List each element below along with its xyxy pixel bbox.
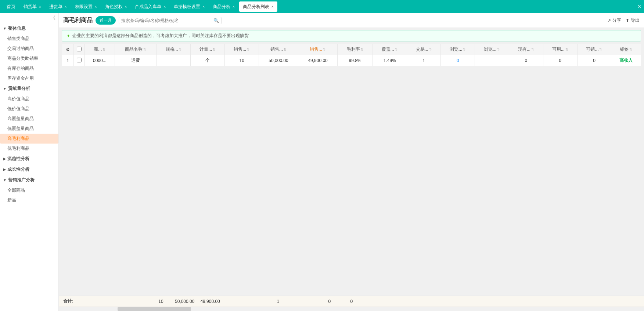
sidebar-item-high-value[interactable]: 高价值商品 xyxy=(0,94,58,104)
col-saleable-stock[interactable]: 可销...⇅ xyxy=(577,44,611,55)
col-sales3[interactable]: 销售...⇅ xyxy=(298,44,338,55)
cell-tag: 高收入 xyxy=(611,55,641,66)
close-icon[interactable]: × xyxy=(202,5,205,9)
nav-purchase-order[interactable]: 进货单 × xyxy=(46,1,71,12)
col-unit[interactable]: 计量...⇅ xyxy=(191,44,225,55)
nav-permission-settings[interactable]: 权限设置 × xyxy=(71,1,101,12)
search-input[interactable] xyxy=(121,18,212,23)
nav-role-auth[interactable]: 角色授权 × xyxy=(101,1,131,12)
nav-sales-order[interactable]: 销货单 × xyxy=(20,1,45,12)
cell-available: 0 xyxy=(543,55,577,66)
content-header: 高毛利商品 近一月 🔍 ↗ 分享 ⬆ 导出 xyxy=(59,13,644,28)
close-icon[interactable]: × xyxy=(65,5,67,9)
cell-browse2 xyxy=(475,55,509,66)
sidebar-item-stock-products[interactable]: 有库存的商品 xyxy=(0,64,58,73)
share-button[interactable]: ↗ 分享 xyxy=(607,17,621,23)
table-header-row: ⚙ 商...⇅ 商品名称⇅ 规格...⇅ 计量...⇅ 销售...⇅ 销售...… xyxy=(62,44,641,55)
nav-product-analysis[interactable]: 商品分析 × xyxy=(209,1,238,12)
sidebar-group-marketing[interactable]: ▼ 营销推广分析 xyxy=(0,175,58,185)
close-icon[interactable]: × xyxy=(233,5,235,9)
sidebar-item-high-margin[interactable]: 高毛利商品 xyxy=(0,134,58,144)
data-table-wrapper: ⚙ 商...⇅ 商品名称⇅ 规格...⇅ 计量...⇅ 销售...⇅ 销售...… xyxy=(59,44,644,296)
col-browse2[interactable]: 浏览...⇅ xyxy=(475,44,509,55)
sidebar-group-trend[interactable]: ▶ 流趋性分析 xyxy=(0,153,58,164)
col-sales2[interactable]: 销售...⇅ xyxy=(259,44,298,55)
row-checkbox[interactable] xyxy=(77,58,82,62)
nav-template-settings[interactable]: 单据模板设置 × xyxy=(170,1,208,12)
footer-available: 0 xyxy=(341,299,363,304)
col-tag[interactable]: 标签⇅ xyxy=(611,44,641,55)
col-settings[interactable]: ⚙ xyxy=(62,44,74,55)
col-checkbox[interactable] xyxy=(74,44,85,55)
col-sales1[interactable]: 销售...⇅ xyxy=(225,44,259,55)
sidebar-item-low-value[interactable]: 低价值商品 xyxy=(0,104,58,114)
nav-product-analysis-list[interactable]: 商品分析列表 × xyxy=(239,1,277,12)
sidebar-item-high-coverage[interactable]: 高覆盖量商品 xyxy=(0,114,58,124)
select-all-checkbox[interactable] xyxy=(77,47,82,51)
footer-values: 10 50,000.00 49,900.00 1 0 0 xyxy=(76,299,640,304)
sidebar-group-overall[interactable]: ▼ 整体信息 xyxy=(0,23,58,34)
cell-current: 0 xyxy=(509,55,543,66)
col-trade[interactable]: 交易...⇅ xyxy=(407,44,441,55)
col-coverage[interactable]: 覆盖...⇅ xyxy=(373,44,407,55)
sidebar-item-low-margin[interactable]: 低毛利商品 xyxy=(0,144,58,153)
search-icon[interactable]: 🔍 xyxy=(213,18,219,23)
cell-sales2: 50,000.00 xyxy=(259,55,298,66)
cell-browse1[interactable]: 0 xyxy=(441,55,475,66)
cell-code[interactable]: 0000... xyxy=(85,55,115,66)
close-icon[interactable]: × xyxy=(125,5,127,9)
col-spec[interactable]: 规格...⇅ xyxy=(156,44,191,55)
chevron-right-icon: ▶ xyxy=(3,167,6,171)
sidebar-item-all-products[interactable]: 全部商品 xyxy=(0,185,58,195)
nav-product-inbound[interactable]: 产成品入库单 × xyxy=(131,1,169,12)
page-title: 高毛利商品 xyxy=(63,17,93,24)
search-box: 🔍 xyxy=(119,17,222,24)
footer-spacer2 xyxy=(223,299,267,304)
col-browse1[interactable]: 浏览...⇅ xyxy=(441,44,475,55)
cell-saleable: 0 xyxy=(577,55,611,66)
chevron-down-icon: ▼ xyxy=(3,87,7,91)
sidebar-item-category-rate[interactable]: 商品分类助销率 xyxy=(0,54,58,64)
horizontal-scrollbar[interactable] xyxy=(59,307,644,311)
sidebar-item-sales-products[interactable]: 销售类商品 xyxy=(0,34,58,44)
chevron-down-icon: ▼ xyxy=(3,26,7,30)
sidebar-item-new-products[interactable]: 新品 xyxy=(0,195,58,205)
info-icon: ✦ xyxy=(66,33,70,39)
col-name[interactable]: 商品名称⇅ xyxy=(115,44,156,55)
col-current-stock[interactable]: 现有...⇅ xyxy=(509,44,543,55)
chevron-down-icon: ▼ xyxy=(3,178,7,182)
share-icon: ↗ xyxy=(607,18,611,23)
cell-unit: 个 xyxy=(191,55,225,66)
close-icon[interactable]: × xyxy=(95,5,97,9)
close-all-button[interactable]: × xyxy=(638,3,641,10)
col-available-stock[interactable]: 可用...⇅ xyxy=(543,44,577,55)
cell-sales3: 49,900.00 xyxy=(298,55,338,66)
cell-sales1: 10 xyxy=(225,55,259,66)
footer-trade: 1 xyxy=(267,299,289,304)
info-banner: ✦ 企业的主要的利润都是这部分商品创造的，可考虑加大推广，同时关注库存是不要出现… xyxy=(62,30,641,41)
sidebar-group-contribution[interactable]: ▼ 贡献量分析 xyxy=(0,83,58,94)
product-table: ⚙ 商...⇅ 商品名称⇅ 规格...⇅ 计量...⇅ 销售...⇅ 销售...… xyxy=(62,44,641,66)
chevron-right-icon: ▶ xyxy=(3,157,6,161)
sidebar-group-growth[interactable]: ▶ 成长性分析 xyxy=(0,164,58,175)
close-icon[interactable]: × xyxy=(39,5,41,9)
sidebar-item-traded-products[interactable]: 交易过的商品 xyxy=(0,44,58,54)
filter-recent-month[interactable]: 近一月 xyxy=(96,16,116,25)
cell-spec xyxy=(156,55,191,66)
sidebar-item-low-coverage[interactable]: 低覆盖量商品 xyxy=(0,124,58,134)
close-icon[interactable]: × xyxy=(271,5,274,9)
footer-col2: 50,000.00 xyxy=(172,299,197,304)
col-gross-rate[interactable]: 毛利率⇅ xyxy=(338,44,373,55)
cell-checkbox[interactable] xyxy=(74,55,85,66)
nav-home[interactable]: 首页 xyxy=(3,1,19,12)
table-row: 1 0000... 运费 个 10 50,000.00 49,900.00 99… xyxy=(62,55,641,66)
footer-label: 合计: xyxy=(63,298,73,304)
export-button[interactable]: ⬆ 导出 xyxy=(626,17,640,23)
sidebar-collapse-button[interactable]: 《 xyxy=(51,15,55,21)
sidebar-item-stock-capital[interactable]: 库存资金占用 xyxy=(0,73,58,83)
sidebar: 《 ▼ 整体信息 销售类商品 交易过的商品 商品分类助销率 有库存的商品 库存资… xyxy=(0,13,59,311)
col-code[interactable]: 商...⇅ xyxy=(85,44,115,55)
close-icon[interactable]: × xyxy=(163,5,166,9)
footer-current: 0 xyxy=(319,299,341,304)
cell-name: 运费 xyxy=(115,55,156,66)
